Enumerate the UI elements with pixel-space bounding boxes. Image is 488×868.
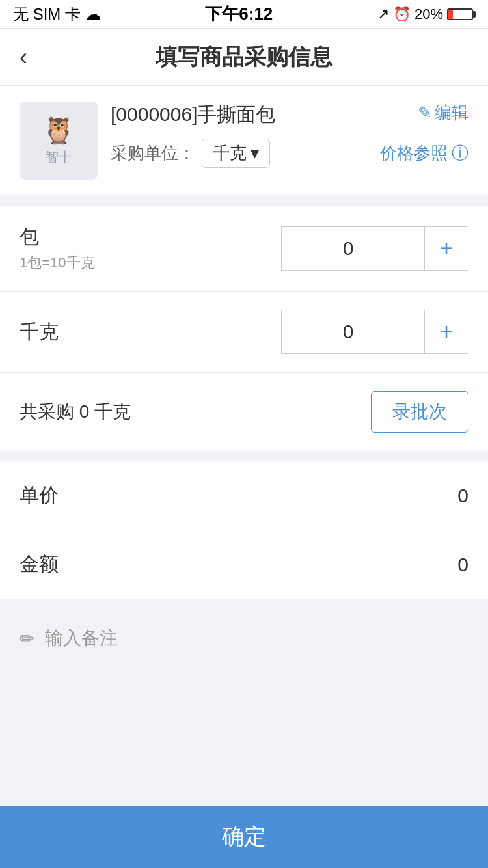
qty-input-kg[interactable]: [281, 310, 424, 354]
unit-price-label: 单价: [20, 482, 59, 509]
status-left: 无 SIM 卡 ☁: [13, 4, 101, 25]
product-card: 🦉 智十 [0000006]手撕面包 ✎ 编辑 采购单位： 千克 ▾ 价格参照 …: [0, 86, 488, 200]
unit-value: 千克: [213, 142, 247, 165]
brand-label: 智十: [46, 148, 72, 166]
qty-sublabel-bao: 1包=10千克: [20, 253, 137, 273]
status-right: ↗ ⏰ 20%: [377, 6, 475, 23]
divider-1: [0, 200, 488, 206]
battery-percent: 20%: [414, 6, 443, 23]
remark-placeholder: 输入备注: [45, 626, 118, 651]
unit-price-value: 0: [457, 485, 468, 507]
divider-2: [0, 456, 488, 461]
batch-button[interactable]: 录批次: [371, 391, 468, 433]
qty-row-bao: 包 1包=10千克 +: [0, 206, 488, 292]
quantity-section: 包 1包=10千克 + 千克 +: [0, 206, 488, 373]
qty-label-bao: 包 1包=10千克: [20, 224, 137, 273]
pencil-icon: ✏: [20, 628, 34, 649]
battery-icon: [447, 8, 475, 20]
summary-text: 共采购 0 千克: [20, 400, 131, 424]
qty-plus-bao[interactable]: +: [424, 226, 468, 271]
unit-section: 采购单位： 千克 ▾: [111, 139, 270, 168]
amount-value: 0: [457, 554, 468, 576]
confirm-button[interactable]: 确定: [0, 806, 488, 868]
qty-unit-bao: 包: [20, 224, 137, 251]
question-icon: ⓘ: [452, 142, 468, 165]
product-header: [0000006]手撕面包 ✎ 编辑: [111, 102, 468, 128]
qty-label-kg: 千克: [20, 319, 137, 346]
qty-row-kg: 千克 +: [0, 292, 488, 373]
edit-button[interactable]: ✎ 编辑: [418, 102, 468, 124]
amount-label: 金额: [20, 551, 59, 578]
page-title: 填写商品采购信息: [156, 42, 332, 72]
edit-icon: ✎: [418, 103, 432, 123]
qty-plus-kg[interactable]: +: [424, 310, 468, 354]
qty-input-wrap-kg: +: [137, 310, 468, 354]
amount-row: 金额 0: [0, 530, 488, 599]
nav-bar: ‹ 填写商品采购信息: [0, 29, 488, 86]
product-info: [0000006]手撕面包 ✎ 编辑 采购单位： 千克 ▾ 价格参照 ⓘ: [111, 102, 468, 168]
status-time: 下午6:12: [205, 3, 273, 25]
price-section: 单价 0 金额 0: [0, 461, 488, 599]
product-image: 🦉 智十: [20, 102, 98, 180]
alarm-icon: ⏰: [393, 6, 411, 23]
dropdown-arrow-icon: ▾: [251, 143, 259, 163]
product-thumbnail-icon: 🦉: [42, 115, 75, 146]
summary-row: 共采购 0 千克 录批次: [0, 373, 488, 456]
sim-status: 无 SIM 卡 ☁: [13, 4, 101, 25]
qty-input-wrap-bao: +: [137, 226, 468, 271]
unit-label: 采购单位：: [111, 142, 195, 165]
product-meta: 采购单位： 千克 ▾ 价格参照 ⓘ: [111, 139, 468, 168]
product-name: [0000006]手撕面包: [111, 102, 275, 128]
location-icon: ↗: [377, 6, 389, 23]
unit-dropdown[interactable]: 千克 ▾: [202, 139, 270, 168]
status-bar: 无 SIM 卡 ☁ 下午6:12 ↗ ⏰ 20%: [0, 0, 488, 29]
unit-price-row: 单价 0: [0, 461, 488, 530]
back-button[interactable]: ‹: [20, 44, 59, 71]
qty-unit-kg: 千克: [20, 319, 137, 346]
remark-section[interactable]: ✏ 输入备注: [0, 599, 488, 677]
price-ref-button[interactable]: 价格参照 ⓘ: [380, 142, 468, 165]
edit-label: 编辑: [435, 102, 468, 124]
price-ref-label: 价格参照: [380, 142, 448, 165]
qty-input-bao[interactable]: [281, 226, 424, 271]
